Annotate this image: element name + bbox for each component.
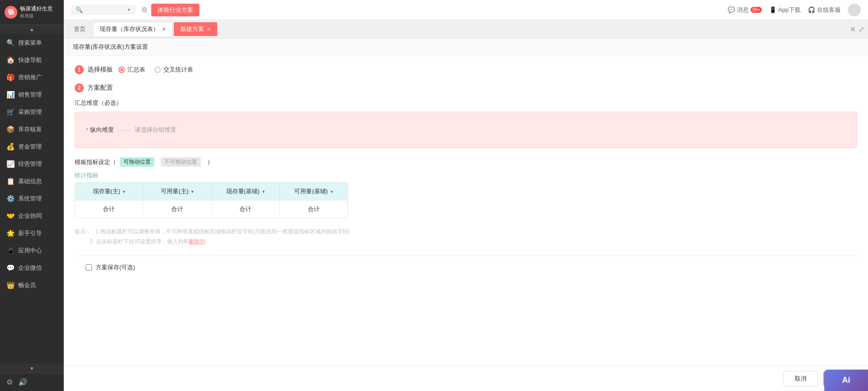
table-cell-0-2: 合计 [212,201,280,218]
sidebar-item-label: 搜索菜单 [18,39,42,47]
user-avatar[interactable] [848,4,861,16]
sidebar: 畅 畅康通好生意 标准版 ▲ 🔍 搜索菜单 🏠 快捷导航 🎁 营销推广 📊 销售… [0,0,64,391]
tab-inventory-close[interactable]: ✕ [162,26,166,32]
tips-section: 提示： 1.拖动标题栏可以调整布局，不可跨维度或指标区域拖动栏目字段(只能在同一… [75,227,857,247]
speaker-icon[interactable]: 🔊 [18,378,27,386]
gift-icon: 🎁 [6,73,15,82]
logo-icon: 畅 [5,6,17,19]
sidebar-item-label: 库存核算 [18,125,42,134]
indicator-tag-active: 可拖动位置 [120,157,154,167]
handshake-icon: 🤝 [6,212,15,220]
dimension-label: 汇总维度（必选） [75,99,857,107]
sidebar-bottom: ⚙ 🔊 [0,373,64,391]
step2-title: 方案配置 [87,84,113,92]
ai-assistant-bubble[interactable]: Ai [824,370,868,391]
table-header-col-0[interactable]: 现存量(主) ▾ [75,183,143,200]
col0-dropdown-icon[interactable]: ▾ [123,189,125,194]
sidebar-item-newbie[interactable]: 🌟 新手引导 [0,225,64,242]
stats-table-label: 统计指标 [75,171,857,180]
message-badge: 99 [751,7,762,13]
radio-summary[interactable]: 汇总表 [118,66,145,74]
crown-icon: 👑 [6,281,15,289]
sidebar-item-member[interactable]: 👑 畅会员 [0,277,64,294]
sidebar-item-app-center[interactable]: 📱 应用中心 [0,242,64,259]
app-download-button[interactable]: 📱 App下载 [769,6,801,14]
sidebar-item-label: 营销推广 [18,73,42,82]
service-label: 在线客服 [817,6,841,14]
sidebar-item-basic-info[interactable]: 📋 基础信息 [0,173,64,190]
sidebar-scroll-up[interactable]: ▲ [0,25,64,34]
sidebar-item-label: 经营管理 [18,160,42,168]
save-scheme-checkbox[interactable] [86,264,92,271]
radio-cross[interactable]: 交叉统计表 [154,66,193,74]
header-search-box[interactable]: 🔍 ▼ [71,5,136,15]
sidebar-item-inventory[interactable]: 📦 库存核算 [0,121,64,138]
sidebar-item-wechat[interactable]: 💬 企业微信 [0,259,64,277]
radio-cross-circle [154,67,161,73]
dimension-field-label: 纵向维度 [90,126,114,134]
tab-new-scheme[interactable]: 新建方案 ✕ [174,22,218,36]
message-button[interactable]: 💬 消息 99 [728,6,762,14]
box-icon: 📦 [6,125,15,134]
table-header-col-3[interactable]: 可用量(基辅) ▾ [280,183,347,200]
settings-gear-icon[interactable]: ⚙ [141,5,148,14]
sidebar-item-system[interactable]: ⚙️ 系统管理 [0,190,64,207]
sidebar-item-operation[interactable]: 📈 经营管理 [0,155,64,173]
tab-new-scheme-label: 新建方案 [180,25,204,33]
dimension-section: 汇总维度（必选） * 纵向维度 —— 请选择分组维度 [75,99,857,148]
sidebar-item-search[interactable]: 🔍 搜索菜单 [0,34,64,51]
table-body-row-0: 合计 合计 合计 合计 [75,200,347,218]
message-label: 消息 [737,6,749,14]
tab-close-all-button[interactable]: ✕ [850,25,856,34]
cancel-button[interactable]: 取消 [783,371,818,386]
money-icon: 💰 [6,143,15,151]
sidebar-item-quick-nav[interactable]: 🏠 快捷导航 [0,51,64,69]
step1-section: 1 选择模板 汇总表 交叉统计表 [75,65,857,74]
step2-section: 2 方案配置 汇总维度（必选） * 纵向维度 —— 请选择分组维度 [75,83,857,247]
search-input[interactable] [86,7,122,13]
chart-icon: 📊 [6,91,15,99]
tab-inventory-status[interactable]: 现存量（库存状况表） ✕ [93,22,173,36]
trial-industry-button[interactable]: 体验行业方案 [151,4,199,16]
indicator-tag-inactive: 不可拖动位置 [161,157,201,167]
save-checkbox-row: 方案保存(可选) [75,256,857,279]
col2-dropdown-icon[interactable]: ▾ [262,189,265,194]
table-cell-0-3: 合计 [280,201,347,218]
online-service-button[interactable]: 🎧 在线客服 [808,6,841,14]
dimension-box[interactable]: * 纵向维度 —— 请选择分组维度 [75,112,857,148]
trend-icon: 📈 [6,160,15,168]
sidebar-scroll-down[interactable]: ▼ [0,364,64,373]
sidebar-item-purchase[interactable]: 🛒 采购管理 [0,103,64,121]
sidebar-item-finance[interactable]: 💰 资金管理 [0,138,64,155]
col1-dropdown-icon[interactable]: ▾ [191,189,194,194]
sidebar-item-cooperation[interactable]: 🤝 企业协同 [0,207,64,225]
sidebar-item-label: 畅会员 [18,281,36,289]
table-header-col-2[interactable]: 现存量(基辅) ▾ [212,183,280,200]
dimension-dash: —— [118,127,130,134]
chat-icon: 💬 [6,264,15,272]
dimension-required-mark: * [86,127,88,134]
tips-delete-link[interactable]: 删除列 [189,238,205,245]
search-dropdown-icon[interactable]: ▼ [127,7,131,12]
radio-summary-label: 汇总表 [128,66,145,74]
col1-label: 可用量(主) [161,187,189,196]
col3-dropdown-icon[interactable]: ▾ [331,189,333,194]
step2-header: 2 方案配置 [75,83,857,93]
search-icon: 🔍 [6,39,15,47]
indicator-label-row: 模板指标设定（ 可拖动位置 不可拖动位置 ） [75,157,857,167]
table-header-col-1[interactable]: 可用量(主) ▾ [143,183,212,200]
indicator-settings: 模板指标设定（ 可拖动位置 不可拖动位置 ） 统计指标 现存量(主) ▾ [75,157,857,247]
top-header: 🔍 ▼ ⚙ 体验行业方案 💬 消息 99 📱 App下载 🎧 在线客服 [64,0,868,20]
main-area: 🔍 ▼ ⚙ 体验行业方案 💬 消息 99 📱 App下载 🎧 在线客服 [64,0,868,391]
tab-new-scheme-close[interactable]: ✕ [207,26,211,32]
search-icon-header: 🔍 [76,6,83,13]
sidebar-item-label: 采购管理 [18,108,42,116]
settings-bottom-icon[interactable]: ⚙ [6,378,13,386]
sidebar-item-label: 资金管理 [18,143,42,151]
ai-label: Ai [842,376,850,385]
tab-expand-button[interactable]: ⤢ [858,25,864,34]
indicator-label-end: ） [207,158,213,166]
sidebar-item-sales[interactable]: 📊 销售管理 [0,86,64,103]
tab-home[interactable]: 首页 [67,22,92,36]
sidebar-item-marketing[interactable]: 🎁 营销推广 [0,69,64,86]
